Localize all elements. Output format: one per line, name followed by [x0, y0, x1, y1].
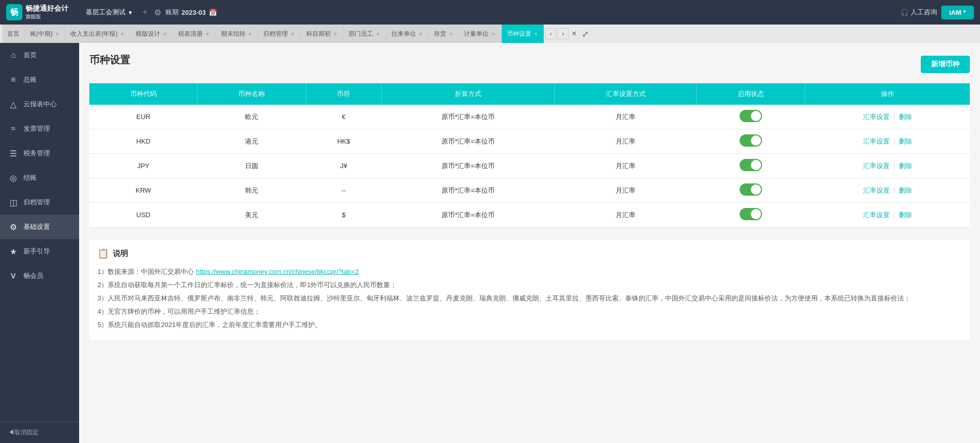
tab-currency[interactable]: 币种设置 ×: [502, 25, 544, 43]
delete-link[interactable]: 删除: [899, 211, 912, 219]
ledger-icon: ≡: [8, 75, 18, 85]
delete-link[interactable]: 删除: [899, 162, 912, 170]
delete-link[interactable]: 删除: [899, 186, 912, 194]
table-header-row: 币种代码 币种名称 币符 折算方式 汇率设置方式 启用状态 操作: [89, 83, 970, 105]
sidebar-item-home[interactable]: ⌂ 首页: [0, 43, 79, 67]
col-header-code: 币种代码: [89, 83, 198, 105]
tab-bar-nav: ‹ › × ⤢: [545, 28, 590, 39]
tab-home[interactable]: 首页: [2, 25, 25, 43]
guide-icon: ★: [8, 246, 18, 257]
sidebar-item-arcmgr[interactable]: ◫ 归档管理: [0, 190, 79, 215]
sidebar-item-taxmgr[interactable]: ☰ 税务管理: [0, 141, 79, 166]
sidebar-item-guide[interactable]: ★ 新手引导: [0, 239, 79, 264]
cell-name: 欧元: [198, 105, 306, 129]
rate-setting-link[interactable]: 汇率设置: [863, 211, 890, 219]
tab-expand-button[interactable]: ⤢: [580, 29, 591, 39]
toggle-switch[interactable]: [740, 134, 762, 147]
sidebar-item-report[interactable]: △ 云报表中心: [0, 92, 79, 116]
cell-name: 港元: [198, 129, 306, 154]
tab-tax[interactable]: 税表清册 ×: [173, 25, 215, 43]
cell-enabled[interactable]: [697, 129, 805, 154]
tab-close-client[interactable]: ×: [418, 31, 423, 37]
org-selector[interactable]: 基层工会测试 ▾: [82, 6, 136, 19]
sidebar-item-basic[interactable]: ⚙ 基础设置: [0, 215, 79, 239]
tab-stock[interactable]: 存货 ×: [429, 25, 459, 43]
cell-action: 汇率设置 | 删除: [805, 203, 970, 227]
sidebar-item-member[interactable]: V 畅会员: [0, 264, 79, 288]
sidebar-item-settle[interactable]: ◎ 结账: [0, 166, 79, 190]
tab-template[interactable]: 模版设计 ×: [131, 25, 173, 43]
tab-income[interactable]: 收入支出表(年报) ×: [65, 25, 130, 43]
cell-symbol: €: [306, 105, 381, 129]
tab-unit[interactable]: 计量单位 ×: [459, 25, 501, 43]
home-icon: ⌂: [8, 50, 18, 60]
cell-code: USD: [89, 203, 198, 227]
cell-rate-type: 月汇率: [555, 154, 697, 178]
toggle-switch[interactable]: [740, 159, 762, 171]
content-area: 币种设置 新增币种 币种代码 币种名称 币符 折算方式 汇率设置方式 启用状态 …: [79, 43, 980, 443]
tab-close-dept[interactable]: ×: [375, 31, 380, 37]
col-header-action: 操作: [805, 83, 970, 105]
tab-close-template[interactable]: ×: [162, 31, 167, 37]
rate-setting-link[interactable]: 汇率设置: [863, 186, 890, 194]
tab-period[interactable]: 期末结转 ×: [216, 25, 258, 43]
add-currency-button[interactable]: 新增币种: [921, 56, 970, 73]
tab-close-subject[interactable]: ×: [333, 31, 338, 37]
rate-setting-link[interactable]: 汇率设置: [863, 113, 890, 121]
sidebar-item-invoice[interactable]: ≈ 发票管理: [0, 116, 79, 141]
action-separator: |: [893, 113, 895, 121]
cell-rate-type: 月汇率: [555, 129, 697, 154]
tab-close-stock[interactable]: ×: [448, 31, 453, 37]
tab-dept[interactable]: 部门员工 ×: [344, 25, 386, 43]
tab-close-income[interactable]: ×: [119, 31, 125, 37]
calendar-icon[interactable]: 📅: [209, 9, 217, 16]
tab-close-tax[interactable]: ×: [205, 31, 210, 37]
tab-next-button[interactable]: ›: [557, 28, 569, 39]
cell-enabled[interactable]: [697, 203, 805, 227]
cell-enabled[interactable]: [697, 178, 805, 203]
note-link[interactable]: https://www.chinamoney.com.cn/chinese/bk…: [196, 268, 359, 275]
note-icon: 📋: [97, 248, 109, 259]
table-row: EUR欧元€原币*汇率=本位币月汇率 汇率设置 | 删除: [89, 105, 970, 129]
cell-rate-type: 月汇率: [555, 203, 697, 227]
table-row: HKD港元HK$原币*汇率=本位币月汇率 汇率设置 | 删除: [89, 129, 970, 154]
toggle-switch[interactable]: [740, 110, 762, 122]
cell-code: EUR: [89, 105, 198, 129]
tab-accounting[interactable]: 账(中期) ×: [25, 25, 65, 43]
tab-close-accounting[interactable]: ×: [55, 31, 60, 37]
tab-close-all-button[interactable]: ×: [570, 29, 578, 38]
cell-enabled[interactable]: [697, 154, 805, 178]
add-tab-icon[interactable]: +: [142, 7, 148, 18]
tab-close-period[interactable]: ×: [248, 31, 253, 37]
tab-archive[interactable]: 归档管理 ×: [258, 25, 301, 43]
cell-calc: 原币*汇率=本位币: [381, 178, 555, 203]
logo-icon: 畅: [6, 4, 22, 20]
sidebar-item-ledger[interactable]: ≡ 总账: [0, 67, 79, 92]
delete-link[interactable]: 删除: [899, 113, 912, 121]
toggle-switch[interactable]: [740, 183, 762, 196]
rate-setting-link[interactable]: 汇率设置: [863, 162, 890, 170]
tab-subject[interactable]: 科目期初 ×: [301, 25, 344, 43]
settings-icon[interactable]: ⚙: [154, 8, 161, 17]
cell-calc: 原币*汇率=本位币: [381, 154, 555, 178]
note-item-3: 3）人民币对马来西亚林吉特、俄罗斯卢布、南非兰特、韩元、阿联酋迪拉姆、沙特里亚尔…: [97, 292, 962, 305]
tab-close-unit[interactable]: ×: [491, 31, 496, 37]
tab-close-archive[interactable]: ×: [290, 31, 295, 37]
cell-enabled[interactable]: [697, 105, 805, 129]
table-row: JPY日圆J¥原币*汇率=本位币月汇率 汇率设置 | 删除: [89, 154, 970, 178]
table-row: USD美元$原币*汇率=本位币月汇率 汇率设置 | 删除: [89, 203, 970, 227]
note-item-4: 4）无官方牌价的币种，可以用用户手工维护汇率信息；: [97, 305, 962, 318]
delete-link[interactable]: 删除: [899, 137, 912, 145]
tab-prev-button[interactable]: ‹: [545, 28, 556, 39]
action-separator: |: [893, 186, 895, 194]
tab-close-currency[interactable]: ×: [533, 31, 538, 37]
help-button[interactable]: 🎧 人工咨询: [900, 8, 937, 17]
rate-setting-link[interactable]: 汇率设置: [863, 137, 890, 145]
tab-client[interactable]: 往来单位 ×: [386, 25, 429, 43]
col-header-enabled: 启用状态: [697, 83, 805, 105]
cell-name: 韩元: [198, 178, 306, 203]
user-button[interactable]: iAM *: [941, 6, 974, 19]
period-info: 账期 2023-03 📅: [165, 8, 217, 17]
toggle-switch[interactable]: [740, 208, 762, 220]
sidebar-pin-button[interactable]: ◀取消固定: [0, 422, 79, 443]
